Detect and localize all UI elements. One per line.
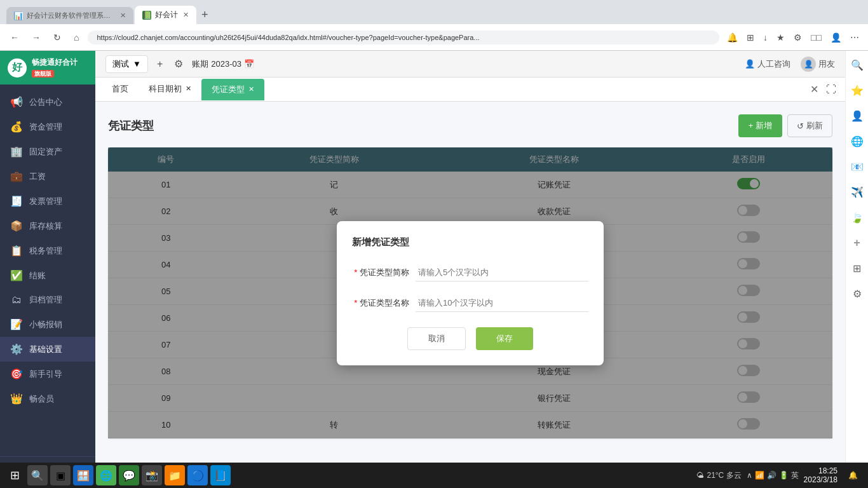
sidebar-item-member[interactable]: 👑 畅会员 <box>0 386 95 411</box>
page-tab-voucher[interactable]: 凭证类型 ✕ <box>201 79 264 100</box>
dialog-title: 新增凭证类型 <box>352 236 588 248</box>
taskbar-wechat[interactable]: 💬 <box>119 465 139 485</box>
home-tab-label: 首页 <box>112 83 128 95</box>
subjects-tab-close[interactable]: ✕ <box>186 85 191 93</box>
home-button[interactable]: ⌂ <box>70 30 83 45</box>
taskbar-file-explorer[interactable]: 🪟 <box>73 465 93 485</box>
menu-btn[interactable]: ⋯ <box>848 30 862 45</box>
consult-btn[interactable]: 👤 人工咨询 <box>745 58 790 70</box>
right-star-icon[interactable]: ⭐ <box>848 81 866 99</box>
right-leaf-icon[interactable]: 🍃 <box>848 208 866 226</box>
period-value: 2023-03 <box>211 59 241 69</box>
taskbar-edge[interactable]: 📘 <box>210 465 231 485</box>
dialog-actions: 取消 保存 <box>352 327 588 350</box>
tab1-title: 好会计云财务软件管理系统_会计 <box>27 11 115 20</box>
short-input[interactable] <box>416 264 588 281</box>
sidebar-item-guide[interactable]: 🎯 新手引导 <box>0 362 95 386</box>
taskbar-chrome[interactable]: 🌐 <box>96 465 116 485</box>
settings-btn[interactable]: ⚙ <box>172 55 186 72</box>
refresh-btn[interactable]: ↺ 刷新 <box>787 114 832 137</box>
close-tab-btn[interactable]: ✕ <box>808 81 821 98</box>
voucher-tab-close[interactable]: ✕ <box>248 85 254 93</box>
taskbar: ⊞ 🔍 ▣ 🪟 🌐 💬 📸 📁 🔵 📘 🌤 21°C 多云 ∧ 📶 🔊 🔋 英 … <box>0 463 868 488</box>
right-user-icon[interactable]: 👤 <box>848 107 866 125</box>
back-button[interactable]: ← <box>6 30 23 45</box>
sidebar-item-archive[interactable]: 🗂 归档管理 <box>0 288 95 312</box>
taskbar-search[interactable]: 🔍 <box>27 465 48 485</box>
extension-btn-6[interactable]: □□ <box>808 30 824 45</box>
company-select[interactable]: 测试 ▼ <box>105 55 148 73</box>
capital-icon: 💰 <box>10 121 23 133</box>
address-input[interactable] <box>88 30 719 44</box>
sidebar-item-capital[interactable]: 💰 资金管理 <box>0 114 95 139</box>
lang-btn[interactable]: 英 <box>791 470 799 481</box>
extension-btn-1[interactable]: 🔔 <box>724 30 740 45</box>
taskbar-folder[interactable]: 📁 <box>165 465 185 485</box>
sidebar-item-report[interactable]: 📝 小畅报销 <box>0 312 95 337</box>
right-panel: 🔍 ⭐ 👤 🌐 📧 ✈️ 🍃 + ⊞ ⚙ <box>845 51 868 488</box>
wifi-icon[interactable]: 📶 <box>755 471 764 480</box>
right-plane-icon[interactable]: ✈️ <box>848 183 866 201</box>
sidebar-item-invoice[interactable]: 🧾 发票管理 <box>0 189 95 214</box>
extension-btn-5[interactable]: ⚙ <box>791 30 804 45</box>
voucher-tab-label: 凭证类型 <box>212 84 245 95</box>
tax-label: 税务管理 <box>29 245 62 257</box>
tray-up-icon[interactable]: ∧ <box>747 471 752 480</box>
taskbar-time[interactable]: 18:25 2023/3/18 <box>804 466 837 484</box>
new-tab-button[interactable]: + <box>196 6 214 24</box>
new-voucher-btn[interactable]: + 新增 <box>738 114 782 137</box>
taskbar-app1[interactable]: 🔵 <box>187 465 208 485</box>
taskbar-camera[interactable]: 📸 <box>142 465 162 485</box>
add-company-btn[interactable]: + <box>154 56 165 72</box>
right-plus-icon[interactable]: + <box>848 234 866 252</box>
expand-tab-btn[interactable]: ⛶ <box>824 81 839 98</box>
sidebar-item-settings[interactable]: ⚙️ 基础设置 <box>0 337 95 362</box>
browser-tab-2[interactable]: 📗 好会计 ✕ <box>135 6 196 24</box>
sidebar-item-assets[interactable]: 🏢 固定资产 <box>0 139 95 164</box>
taskbar-task-view[interactable]: ▣ <box>50 465 71 485</box>
right-gear-icon[interactable]: ⚙ <box>848 285 866 302</box>
right-globe-icon[interactable]: 🌐 <box>848 132 866 150</box>
right-mail-icon[interactable]: 📧 <box>848 158 866 175</box>
consult-icon: 👤 <box>745 59 755 69</box>
notification-btn[interactable]: 🔔 <box>843 465 863 485</box>
page-tab-home[interactable]: 首页 <box>102 78 139 101</box>
extension-btn-4[interactable]: ★ <box>774 30 787 45</box>
forward-button[interactable]: → <box>28 30 44 45</box>
capital-label: 资金管理 <box>29 121 62 133</box>
date-display: 2023/3/18 <box>804 475 837 484</box>
sidebar-item-tax[interactable]: 📋 税务管理 <box>0 238 95 263</box>
save-btn[interactable]: 保存 <box>476 327 533 350</box>
table-container: 编号 凭证类型简称 凭证类型名称 是否启用 01记记账凭证02收收款凭证03付款… <box>108 147 832 438</box>
sidebar-item-settle[interactable]: ✅ 结账 <box>0 263 95 288</box>
dialog-overlay: 新增凭证类型 凭证类型简称 凭证类型名称 取消 保存 <box>108 147 832 438</box>
battery-icon[interactable]: 🔋 <box>779 471 789 480</box>
refresh-label: 刷新 <box>806 120 823 132</box>
subjects-tab-label: 科目期初 <box>149 83 182 95</box>
sidebar-item-notices[interactable]: 📢 公告中心 <box>0 90 95 114</box>
guide-icon: 🎯 <box>10 368 23 380</box>
right-search-icon[interactable]: 🔍 <box>848 56 866 74</box>
page-title-bar: 凭证类型 + 新增 ↺ 刷新 <box>108 114 832 137</box>
browser-tab-1[interactable]: 📊 好会计云财务软件管理系统_会计 ✕ <box>6 7 133 24</box>
user-profile-btn[interactable]: 👤 <box>828 30 844 45</box>
time-display: 18:25 <box>804 466 837 475</box>
cancel-btn[interactable]: 取消 <box>407 327 466 350</box>
page-tab-subjects[interactable]: 科目期初 ✕ <box>139 78 201 101</box>
start-btn[interactable]: ⊞ <box>5 466 25 485</box>
form-row-name: 凭证类型名称 <box>352 294 588 312</box>
volume-icon[interactable]: 🔊 <box>767 471 776 480</box>
user-btn[interactable]: 👤 用友 <box>801 57 835 72</box>
notices-icon: 📢 <box>10 96 23 108</box>
sidebar-item-inventory[interactable]: 📦 库存核算 <box>0 214 95 238</box>
sidebar-item-wages[interactable]: 💼 工资 <box>0 164 95 189</box>
right-grid-icon[interactable]: ⊞ <box>848 259 866 277</box>
tab2-close[interactable]: ✕ <box>183 11 189 19</box>
tab1-close[interactable]: ✕ <box>120 11 126 20</box>
reload-button[interactable]: ↻ <box>50 30 65 45</box>
logo-icon: 好 <box>8 58 27 78</box>
extension-btn-2[interactable]: ⊞ <box>744 30 757 45</box>
extension-btn-3[interactable]: ↓ <box>761 30 770 45</box>
report-icon: 📝 <box>10 318 23 330</box>
name-input[interactable] <box>416 294 588 312</box>
